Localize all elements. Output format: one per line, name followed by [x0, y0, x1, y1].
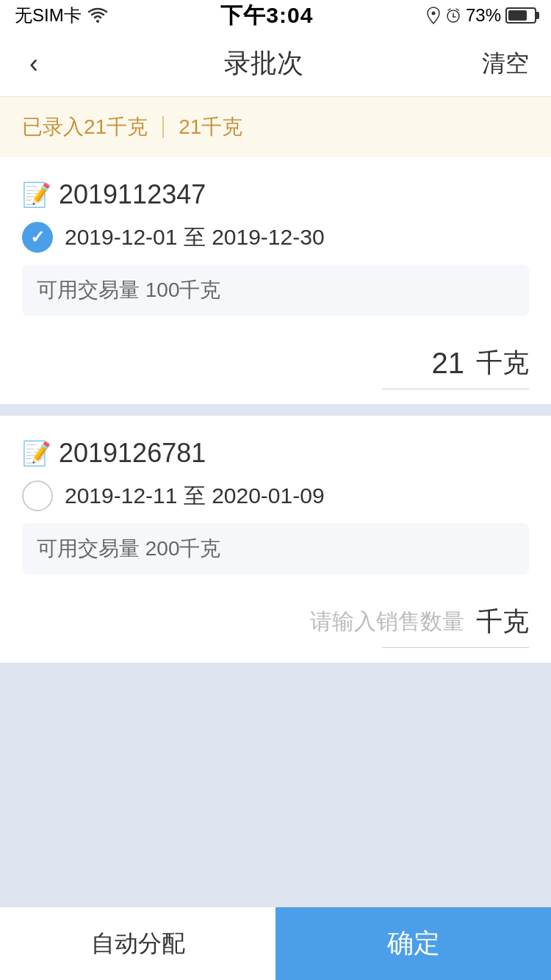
- batch1-available: 可用交易量 100千克: [22, 264, 529, 316]
- batch2-qty-row[interactable]: 请输入销售数量 千克: [0, 589, 551, 647]
- confirm-button[interactable]: 确定: [276, 907, 551, 980]
- status-right: 73%: [426, 5, 536, 26]
- batch1-header: 📝 2019112347: [22, 179, 529, 210]
- batch1-qty-value: 21: [432, 347, 465, 380]
- batch2-date: 2019-12-11 至 2020-01-09: [65, 481, 325, 511]
- status-time: 下午3:04: [220, 1, 313, 31]
- batch1-id: 2019112347: [59, 179, 206, 210]
- auto-distribute-button[interactable]: 自动分配: [0, 907, 276, 980]
- svg-point-1: [431, 12, 435, 15]
- batch2-icon: 📝: [22, 439, 51, 467]
- batch2-content: 📝 2019126781 2019-12-11 至 2020-01-09 可用交…: [0, 416, 551, 589]
- batch1-qty-row: 21 千克: [0, 331, 551, 389]
- total-label: 21千克: [179, 113, 242, 141]
- location-icon: [426, 7, 441, 24]
- batch2-available: 可用交易量 200千克: [22, 523, 529, 574]
- bottom-bar: 自动分配 确定: [0, 907, 551, 980]
- wifi-icon: [87, 7, 108, 24]
- batch2-qty-placeholder: 请输入销售数量: [310, 607, 464, 637]
- battery-percent: 73%: [466, 5, 501, 26]
- alarm-icon: [445, 7, 461, 24]
- status-left: 无SIM卡: [15, 4, 108, 27]
- batch2-card: 📝 2019126781 2019-12-11 至 2020-01-09 可用交…: [0, 416, 551, 663]
- batch2-radio[interactable]: [22, 480, 53, 511]
- status-bar: 无SIM卡 下午3:04 73%: [0, 0, 551, 31]
- batch2-date-row: 2019-12-11 至 2020-01-09: [22, 480, 529, 511]
- clear-button[interactable]: 清空: [482, 48, 529, 80]
- section-divider: [0, 404, 551, 416]
- batch2-id: 2019126781: [59, 438, 206, 469]
- batch1-date-row: 2019-12-01 至 2019-12-30: [22, 222, 529, 253]
- recorded-label: 已录入21千克: [22, 113, 148, 141]
- batch1-radio[interactable]: [22, 222, 53, 253]
- banner-divider: [162, 116, 164, 138]
- batch1-icon: 📝: [22, 181, 51, 209]
- batch1-content: 📝 2019112347 2019-12-01 至 2019-12-30 可用交…: [0, 157, 551, 331]
- svg-point-0: [96, 20, 99, 23]
- batch1-card: 📝 2019112347 2019-12-01 至 2019-12-30 可用交…: [0, 157, 551, 404]
- svg-line-6: [456, 9, 458, 10]
- back-button[interactable]: ‹: [22, 41, 46, 87]
- sim-text: 无SIM卡: [15, 4, 82, 27]
- info-banner: 已录入21千克 21千克: [0, 97, 551, 157]
- svg-line-5: [448, 9, 450, 10]
- batch2-qty-unit: 千克: [476, 604, 529, 640]
- batch2-header: 📝 2019126781: [22, 438, 529, 469]
- page-title: 录批次: [224, 46, 303, 82]
- batch1-date: 2019-12-01 至 2019-12-30: [65, 223, 325, 253]
- battery-icon: [505, 7, 536, 24]
- batch1-qty-unit: 千克: [476, 345, 529, 381]
- nav-bar: ‹ 录批次 清空: [0, 31, 551, 97]
